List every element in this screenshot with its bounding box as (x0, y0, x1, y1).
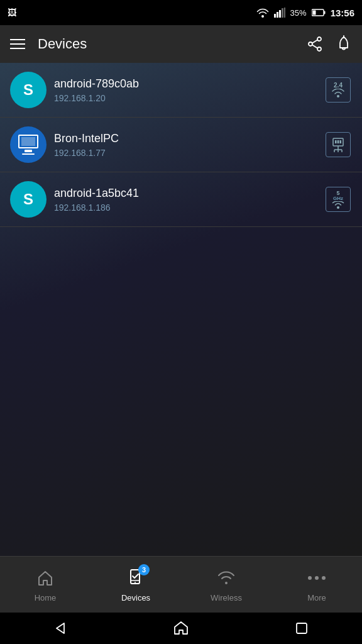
svg-point-25 (134, 582, 136, 583)
wifi-icon (256, 8, 269, 18)
home-button[interactable] (168, 616, 194, 641)
svg-rect-2 (279, 10, 281, 18)
nav-label-devices: Devices (121, 593, 150, 602)
status-bar: 🖼 35% 13:56 (0, 0, 362, 25)
svg-rect-7 (312, 11, 315, 15)
svg-rect-4 (284, 8, 285, 18)
svg-point-10 (309, 42, 312, 46)
svg-point-26 (308, 576, 312, 580)
recents-button[interactable] (289, 616, 314, 641)
more-icon (307, 574, 326, 582)
screenshot-icon: 🖼 (8, 8, 16, 18)
svg-rect-0 (274, 14, 276, 18)
app-bar-actions (307, 35, 352, 53)
device-avatar: S (10, 72, 47, 108)
pc-icon (18, 135, 38, 155)
nav-label-wireless: Wireless (211, 593, 242, 602)
system-nav (0, 613, 362, 644)
bottom-nav: Home 3 Devices Wireless (0, 556, 362, 613)
connection-type-icon: 2.4 (324, 76, 352, 104)
device-ip: 192.168.1.77 (54, 148, 317, 158)
share-button[interactable] (307, 36, 323, 52)
nav-label-home: Home (35, 593, 57, 602)
nav-item-more[interactable]: More (272, 567, 362, 602)
svg-line-12 (312, 45, 317, 48)
device-info: Bron-IntelPC 192.168.1.77 (47, 132, 324, 158)
device-avatar (10, 126, 47, 163)
battery-icon (312, 9, 326, 16)
page-title: Devices (38, 36, 87, 52)
back-button[interactable] (48, 616, 73, 641)
svg-rect-3 (282, 8, 283, 18)
device-avatar: S (10, 181, 47, 218)
app-bar: Devices (0, 25, 362, 63)
signal-icon (274, 8, 285, 18)
device-item[interactable]: S android-1a5bc41 192.168.1.186 5 GHz (0, 172, 362, 227)
ethernet-icon (329, 136, 347, 153)
device-ip: 192.168.1.186 (54, 203, 317, 213)
device-item[interactable]: S android-789c0ab 192.168.1.20 2.4 (0, 63, 362, 118)
device-list: S android-789c0ab 192.168.1.20 2.4 (0, 63, 362, 556)
device-name: Bron-IntelPC (54, 132, 317, 145)
svg-rect-6 (324, 11, 325, 14)
svg-point-8 (317, 37, 321, 41)
content-area: S android-789c0ab 192.168.1.20 2.4 (0, 63, 362, 556)
avatar-letter: S (23, 191, 33, 208)
svg-rect-17 (340, 140, 342, 143)
hamburger-button[interactable] (10, 39, 25, 49)
svg-point-27 (315, 576, 319, 580)
nav-item-home[interactable]: Home (0, 567, 90, 602)
device-item[interactable]: Bron-IntelPC 192.168.1.77 (0, 118, 362, 172)
notification-button[interactable] (336, 35, 352, 53)
wireless-icon (216, 568, 236, 588)
device-name: android-789c0ab (54, 77, 317, 91)
wifi-5g-icon (332, 201, 344, 209)
status-time: 13:56 (331, 8, 354, 18)
svg-marker-29 (57, 623, 64, 633)
svg-point-28 (322, 576, 326, 580)
battery-level: 35% (290, 8, 307, 18)
device-ip: 192.168.1.20 (54, 93, 317, 103)
wifi-2.4-icon (331, 89, 345, 97)
connection-type-icon: 5 GHz (324, 186, 352, 213)
nav-item-wireless[interactable]: Wireless (181, 567, 272, 602)
devices-badge: 3 (138, 564, 150, 575)
connection-type-icon (324, 131, 352, 158)
svg-rect-15 (335, 140, 337, 143)
svg-rect-30 (297, 623, 307, 633)
device-name: android-1a5bc41 (54, 187, 317, 200)
avatar-letter: S (23, 81, 33, 99)
nav-label-more: More (307, 593, 326, 602)
svg-rect-1 (277, 12, 278, 18)
device-info: android-789c0ab 192.168.1.20 (47, 77, 324, 103)
nav-item-devices[interactable]: 3 Devices (90, 567, 181, 602)
svg-line-11 (312, 40, 317, 43)
svg-rect-16 (337, 140, 339, 143)
device-info: android-1a5bc41 192.168.1.186 (47, 187, 324, 213)
svg-point-9 (317, 47, 321, 51)
home-icon (36, 569, 55, 587)
